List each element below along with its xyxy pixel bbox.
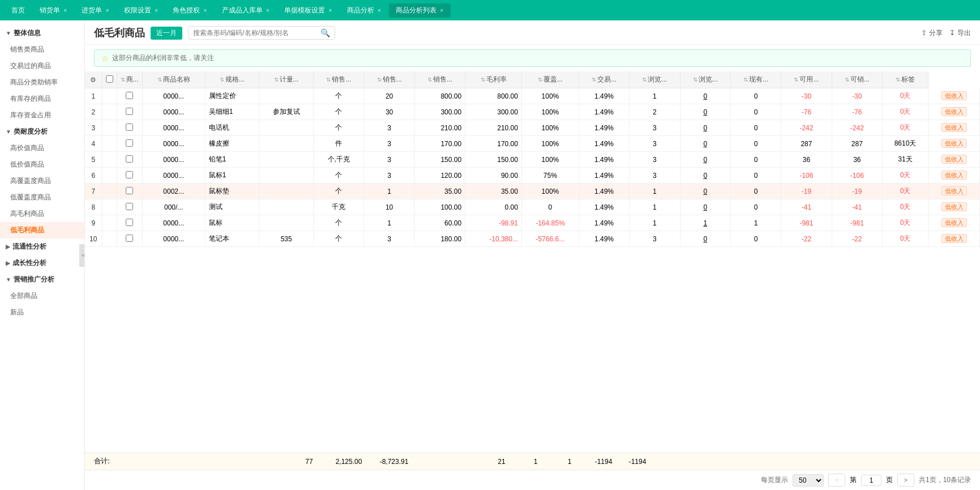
row-browse1[interactable]: 0 (680, 152, 730, 168)
row-checkbox[interactable] (117, 215, 142, 231)
nav-product-entry[interactable]: 产成品入库单 × (215, 3, 276, 18)
col-transaction[interactable]: ⇅交易... (579, 71, 629, 88)
sidebar-item-low-value[interactable]: 低价值商品 (0, 156, 84, 173)
row-checkbox[interactable] (117, 136, 142, 152)
nav-permission[interactable]: 权限设置 × (117, 3, 165, 18)
col-spec[interactable]: ⇅规格... (205, 71, 259, 88)
row-browse1[interactable]: 0 (680, 184, 730, 199)
tag-badge: 低收入 (942, 171, 967, 180)
sidebar-item-category-rate[interactable]: 商品分类助销率 (0, 74, 84, 91)
prev-page-button[interactable]: ＜ (828, 474, 845, 487)
sidebar-item-high-coverage[interactable]: 高覆盖度商品 (0, 173, 84, 189)
export-button[interactable]: ↧ 导出 (949, 28, 971, 38)
nav-close-icon[interactable]: × (63, 7, 67, 14)
row-browse1[interactable]: 0 (680, 120, 730, 136)
col-available[interactable]: ⇅可用... (781, 71, 832, 88)
nav-product-analysis[interactable]: 商品分析 × (340, 3, 388, 18)
page-header: 低毛利商品 近一月 🔍 ⇪ 分享 ↧ 导出 (85, 20, 980, 45)
date-filter-button[interactable]: 近一月 (151, 27, 182, 40)
sidebar-group-circulation[interactable]: ▶ 流通性分析 (0, 238, 84, 255)
sort-icon: ⇅ (326, 76, 331, 83)
row-browse1[interactable]: 0 (680, 199, 730, 215)
search-input[interactable] (193, 29, 317, 37)
col-sales-amount[interactable]: ⇅销售... (364, 71, 414, 88)
sidebar-group-marketing[interactable]: ▼ 营销推广分析 (0, 271, 84, 288)
sidebar-item-low-margin[interactable]: 低毛利商品 (0, 222, 84, 238)
page-number-input[interactable] (861, 475, 881, 486)
nav-home[interactable]: 首页 (5, 3, 32, 18)
col-gross-margin[interactable]: ⇅毛利率 (465, 71, 522, 88)
sidebar-group-growth[interactable]: ▶ 成长性分析 (0, 255, 84, 271)
sidebar-item-high-margin[interactable]: 高毛利商品 (0, 206, 84, 222)
sidebar-item-traded-products[interactable]: 交易过的商品 (0, 58, 84, 74)
per-page-select[interactable]: 50 20 100 (793, 474, 824, 487)
row-checkbox[interactable] (117, 231, 142, 247)
row-gross-margin: 100% (521, 104, 579, 120)
row-browse1[interactable]: 0 (680, 231, 730, 247)
row-checkbox[interactable] (117, 152, 142, 168)
nav-close-icon[interactable]: × (328, 7, 332, 14)
row-browse1[interactable]: 0 (680, 136, 730, 152)
col-checkbox[interactable] (102, 71, 117, 88)
select-all-checkbox[interactable] (106, 75, 113, 83)
col-code[interactable]: ⇅商... (117, 71, 142, 88)
nav-close-icon[interactable]: × (105, 7, 109, 14)
col-browse2[interactable]: ⇅浏览... (680, 71, 730, 88)
row-browse1[interactable]: 0 (680, 88, 730, 104)
nav-purchase-order[interactable]: 进货单 × (75, 3, 115, 18)
search-icon[interactable]: 🔍 (320, 28, 330, 37)
row-browse1[interactable]: 0 (680, 168, 730, 184)
sidebar-item-low-coverage[interactable]: 低覆盖度商品 (0, 189, 84, 206)
chevron-left-icon: « (82, 252, 85, 258)
row-transaction: 3 (630, 152, 680, 168)
row-checkbox[interactable] (117, 168, 142, 184)
sidebar-item-in-stock[interactable]: 有库存的商品 (0, 91, 84, 107)
nav-sales-order[interactable]: 销货单 × (33, 3, 74, 18)
row-checkbox[interactable] (117, 120, 142, 136)
row-checkbox[interactable] (117, 199, 142, 215)
nav-template-settings[interactable]: 单据模板设置 × (277, 3, 339, 18)
nav-close-icon[interactable]: × (378, 7, 381, 14)
header-actions: ⇪ 分享 ↧ 导出 (921, 28, 971, 38)
next-page-button[interactable]: ＞ (897, 474, 914, 487)
row-browse1[interactable]: 0 (680, 104, 730, 120)
sidebar-collapse-button[interactable]: « (79, 244, 85, 267)
table-container[interactable]: ⚙ ⇅商... ⇅商品名称 ⇅规格... (85, 71, 980, 453)
sidebar-item-new-products[interactable]: 新品 (0, 304, 84, 321)
sidebar-item-stock-capital[interactable]: 库存资金占用 (0, 107, 84, 123)
nav-close-icon[interactable]: × (266, 7, 269, 14)
nav-close-icon[interactable]: × (155, 7, 158, 14)
col-settings[interactable]: ⚙ (85, 71, 102, 88)
row-browse2: 1 (730, 215, 781, 231)
row-browse1[interactable]: 1 (680, 215, 730, 231)
row-sales-amount: 35.00 (414, 184, 465, 199)
row-sales-profit: -10,380... (465, 231, 522, 247)
sidebar-item-sales-products[interactable]: 销售类商品 (0, 41, 84, 58)
nav-role-auth[interactable]: 角色授权 × (166, 3, 213, 18)
col-tag[interactable]: ⇅标签 (882, 71, 928, 88)
row-checkbox[interactable] (117, 88, 142, 104)
row-checkbox[interactable] (117, 104, 142, 120)
col-name[interactable]: ⇅商品名称 (142, 71, 205, 88)
row-sales-amount: 120.00 (414, 168, 465, 184)
row-checkbox[interactable] (117, 184, 142, 199)
share-button[interactable]: ⇪ 分享 (921, 28, 943, 38)
col-sellable[interactable]: ⇅可销... (832, 71, 882, 88)
nav-product-analysis-list[interactable]: 商品分析列表 × (389, 3, 450, 18)
col-coverage[interactable]: ⇅覆盖... (521, 71, 579, 88)
sidebar-item-all-products[interactable]: 全部商品 (0, 288, 84, 304)
col-sales-count[interactable]: ⇅销售... (314, 71, 364, 88)
nav-close-icon[interactable]: × (440, 7, 443, 14)
chevron-right-icon: ▶ (6, 244, 10, 250)
col-browse1[interactable]: ⇅浏览... (630, 71, 680, 88)
col-unit[interactable]: ⇅计量... (259, 71, 314, 88)
col-current-stock[interactable]: ⇅现有... (730, 71, 781, 88)
row-number: 10 (85, 231, 102, 247)
tag-badge: 低收入 (942, 234, 967, 243)
sidebar-group-overall[interactable]: ▼ 整体信息 (0, 25, 84, 41)
col-sales-profit[interactable]: ⇅销售... (414, 71, 465, 88)
sidebar-item-high-value[interactable]: 高价值商品 (0, 140, 84, 156)
row-unit: 个,千克 (314, 152, 364, 168)
sidebar-group-durability[interactable]: ▼ 类耐度分析 (0, 123, 84, 140)
nav-close-icon[interactable]: × (203, 7, 207, 14)
